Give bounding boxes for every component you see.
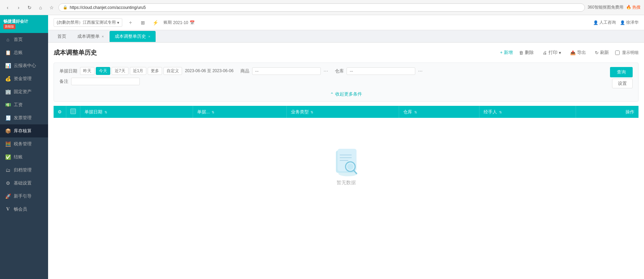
salary-icon: 💵 (5, 102, 11, 108)
date-btn-more[interactable]: 更多 (148, 67, 162, 75)
collapse-button[interactable]: ⌃ 收起更多条件 (330, 91, 362, 97)
query-section: 查询 设置 (610, 67, 633, 88)
new-button[interactable]: + 新增 (500, 49, 513, 56)
data-table: ⚙ 单据日期 ⇅ 单据... ⇅ (54, 106, 639, 213)
date-filter-label: 单据日期 (59, 68, 77, 74)
empty-state: 暂无数据 (54, 118, 639, 213)
url-text: https://cloud.chanjet.com/accounting/uru… (70, 5, 146, 10)
refresh-button[interactable]: ↻ 刷新 (592, 48, 612, 57)
tab-cost-adjust-history[interactable]: 成本调整单历史 × (110, 31, 155, 42)
sidebar-item-ledger[interactable]: 📋 总账 (0, 46, 48, 59)
period-info: 账期 2021-10 📅 (163, 20, 195, 25)
forward-button[interactable]: › (14, 3, 23, 12)
print-button[interactable]: 🖨 打印 ▾ (540, 48, 564, 57)
warehouse-select[interactable]: ··· (347, 67, 415, 75)
warehouse-more-dots[interactable]: ··· (418, 68, 422, 74)
filter-left: 单据日期 昨天 今天 近7天 近1月 更多 自定义 2023-06-06 至 2… (59, 67, 610, 85)
period-label: 账期 (163, 20, 172, 25)
page-actions: + 新增 🗑 删除 🖨 打印 ▾ 📤 导出 ↻ (500, 48, 639, 57)
sidebar-item-label: 资金管理 (14, 76, 32, 82)
sidebar-item-archive[interactable]: 🗂 归档管理 (0, 164, 48, 177)
add-tab-button[interactable]: + (126, 19, 135, 27)
select-all-checkbox[interactable] (70, 109, 76, 114)
note-input[interactable] (71, 78, 140, 85)
period-value: 2021-10 (173, 20, 188, 25)
company-selector[interactable]: (勿删勿禁用）江西服宝测试专用 ▾ (54, 18, 122, 27)
col-checkbox-header[interactable] (66, 106, 80, 118)
star-button[interactable]: ☆ (47, 3, 56, 12)
show-cols-checkbox[interactable] (615, 51, 620, 55)
page-title: 成本调整单历史 (54, 48, 97, 57)
export-button[interactable]: 📤 导出 (567, 48, 589, 57)
lightning-button[interactable]: ⚡ (151, 19, 159, 27)
apps-button[interactable]: ⊞ (139, 19, 147, 27)
sidebar-item-settings[interactable]: ⚙ 基础设置 (0, 177, 48, 190)
sidebar-item-label: 库存核算 (14, 128, 32, 134)
date-btn-custom[interactable]: 自定义 (163, 67, 182, 75)
col-settings-header[interactable]: ⚙ (54, 106, 66, 118)
sidebar-item-label: 归档管理 (14, 167, 32, 173)
sidebar-item-fixed-assets[interactable]: 🏢 固定资产 (0, 85, 48, 98)
sidebar-item-label: 工资 (14, 102, 23, 108)
guide-icon: 🚀 (5, 193, 11, 199)
sidebar-item-funds[interactable]: 💰 资金管理 (0, 72, 48, 85)
date-btn-7days[interactable]: 近7天 (112, 67, 128, 75)
tab-home[interactable]: 首页 (52, 31, 71, 42)
sidebar-item-tax[interactable]: 🧮 税务管理 (0, 137, 48, 150)
goods-dots: ··· (255, 69, 259, 74)
top-bar-left: (勿删勿禁用）江西服宝测试专用 ▾ + ⊞ ⚡ 账期 2021-10 📅 (54, 18, 195, 27)
back-button[interactable]: ‹ (3, 3, 12, 12)
date-btn-1month[interactable]: 近1月 (130, 67, 147, 75)
sidebar-item-invoice[interactable]: 🧾 发票管理 (0, 111, 48, 124)
page-header: 成本调整单历史 + 新增 🗑 删除 🖨 打印 ▾ 📤 导出 (54, 48, 639, 57)
logo-text-line1: 畅捷通好会计 (3, 19, 28, 24)
tab-cost-adjust[interactable]: 成本调整单 × (72, 31, 109, 42)
sidebar-item-closing[interactable]: ✅ 结账 (0, 150, 48, 164)
delete-button[interactable]: 🗑 删除 (516, 48, 536, 57)
col-biztype-header[interactable]: 业务类型 ⇅ (286, 106, 399, 118)
sidebar-item-member[interactable]: V 畅会员 (0, 203, 48, 216)
sidebar: 畅捷通好会计 旗舰版 ⌂ 首页 📋 总账 📊 云报表中心 💰 资金管理 🏢 固定… (0, 15, 48, 279)
col-date-header[interactable]: 单据日期 ⇅ (80, 106, 193, 118)
date-shortcuts: 昨天 今天 近7天 近1月 更多 自定义 (80, 67, 182, 75)
col-warehouse-header[interactable]: 仓库 ⇅ (399, 106, 479, 118)
tab-cost-adjust-label: 成本调整单 (77, 33, 100, 40)
filter-settings-button[interactable]: 设置 (612, 79, 633, 88)
refresh-button[interactable]: ↻ (25, 3, 34, 12)
dropdown-icon: ▾ (117, 20, 119, 25)
sidebar-item-home[interactable]: ⌂ 首页 (0, 33, 48, 46)
date-range-text: 2023-06-06 至 2023-06-06 (185, 68, 233, 74)
sidebar-item-reports[interactable]: 📊 云报表中心 (0, 59, 48, 72)
sidebar-item-inventory[interactable]: 📦 库存核算 (0, 124, 48, 137)
sidebar-item-label: 发票管理 (14, 115, 32, 121)
top-bar: (勿删勿禁用）江西服宝测试专用 ▾ + ⊞ ⚡ 账期 2021-10 📅 👤 人… (48, 15, 644, 30)
warehouse-filter-item: 仓库 ··· ··· (335, 67, 422, 75)
date-btn-yesterday[interactable]: 昨天 (80, 67, 94, 75)
goods-select[interactable]: ··· (252, 67, 321, 75)
filter-area: 单据日期 昨天 今天 近7天 近1月 更多 自定义 2023-06-06 至 2… (54, 63, 639, 102)
user-service-button[interactable]: 👤 人工咨询 (593, 20, 616, 25)
calendar-icon[interactable]: 📅 (190, 20, 195, 25)
query-button[interactable]: 查询 (610, 67, 633, 77)
url-bar[interactable]: 🔒 https://cloud.chanjet.com/accounting/u… (58, 3, 585, 12)
funds-icon: 💰 (5, 76, 11, 81)
user-profile[interactable]: 👤 徐泽华 (620, 20, 639, 25)
sidebar-item-label: 新手引导 (14, 193, 32, 199)
number-sort-icon: ⇅ (212, 110, 214, 114)
goods-more-dots[interactable]: ··· (324, 68, 328, 74)
sidebar-logo: 畅捷通好会计 旗舰版 (0, 15, 48, 33)
gear-icon: ⚙ (58, 109, 62, 114)
main-content: (勿删勿禁用）江西服宝测试专用 ▾ + ⊞ ⚡ 账期 2021-10 📅 👤 人… (48, 15, 644, 279)
show-cols-toggle[interactable]: 显示明细 (615, 50, 639, 56)
tab-cost-adjust-close[interactable]: × (102, 34, 104, 38)
col-number-header[interactable]: 单据... ⇅ (193, 106, 286, 118)
sidebar-item-label: 畅会员 (14, 206, 27, 212)
filter-row-2: 备注 (59, 78, 610, 85)
sidebar-item-salary[interactable]: 💵 工资 (0, 98, 48, 111)
handler-sort-icon: ⇅ (499, 110, 502, 114)
tab-history-close[interactable]: × (148, 34, 150, 38)
col-handler-header[interactable]: 经手人 ⇅ (479, 106, 576, 118)
date-btn-today[interactable]: 今天 (96, 67, 110, 75)
sidebar-item-guide[interactable]: 🚀 新手引导 (0, 190, 48, 203)
home-button[interactable]: ⌂ (36, 3, 45, 12)
